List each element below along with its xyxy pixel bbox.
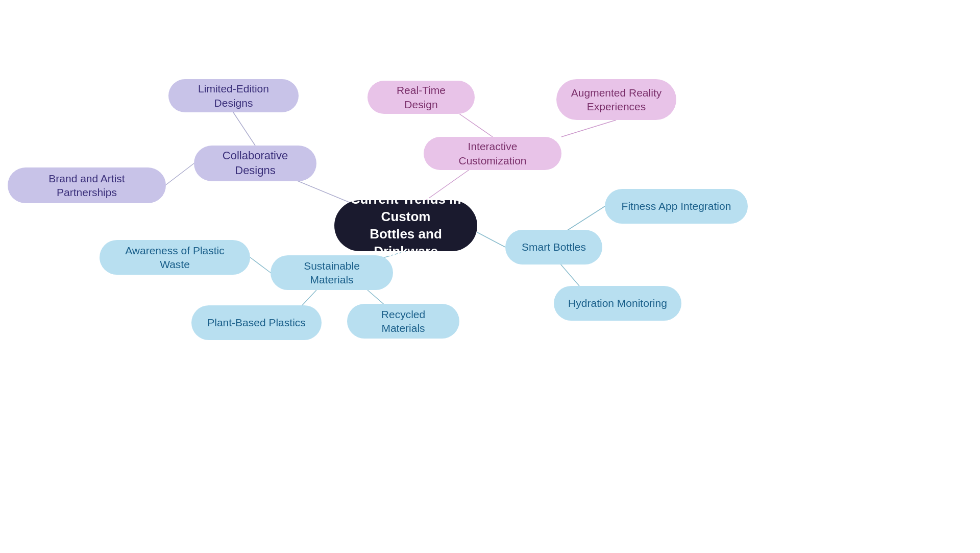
smart-bottles-node: Smart Bottles <box>505 230 602 265</box>
awareness-plastic-waste-node: Awareness of Plastic Waste <box>100 240 250 275</box>
collaborative-designs-node: Collaborative Designs <box>194 146 316 181</box>
svg-line-2 <box>166 163 194 185</box>
svg-line-10 <box>477 232 505 247</box>
limited-edition-designs-node: Limited-Edition Designs <box>168 79 299 112</box>
augmented-reality-node: Augmented RealityExperiences <box>556 79 676 120</box>
svg-line-4 <box>459 114 493 137</box>
svg-line-1 <box>233 112 255 146</box>
svg-line-5 <box>561 120 616 137</box>
interactive-customization-node: Interactive Customization <box>424 137 561 170</box>
brand-artist-partnerships-node: Brand and Artist Partnerships <box>8 167 166 203</box>
real-time-design-node: Real-Time Design <box>368 81 475 114</box>
fitness-app-integration-node: Fitness App Integration <box>605 189 748 224</box>
center-node: Current Trends in CustomBottles and Drin… <box>334 200 477 251</box>
plant-based-plastics-node: Plant-Based Plastics <box>191 305 322 340</box>
recycled-materials-node: Recycled Materials <box>347 304 459 339</box>
sustainable-materials-node: Sustainable Materials <box>271 255 393 290</box>
hydration-monitoring-node: Hydration Monitoring <box>554 286 681 321</box>
svg-line-7 <box>250 257 271 273</box>
